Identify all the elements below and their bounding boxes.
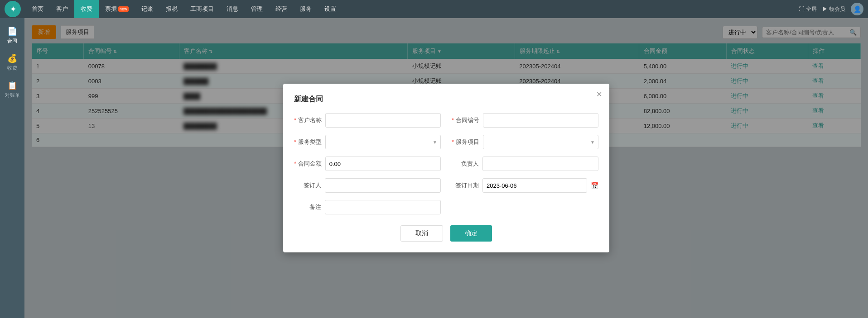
form-row-3: 合同金额 负责人 bbox=[294, 157, 598, 171]
sign-date-input[interactable] bbox=[482, 178, 587, 193]
nav-message[interactable]: 消息 bbox=[220, 0, 245, 18]
form-group-amount: 合同金额 bbox=[294, 157, 441, 171]
form-group-remark: 备注 bbox=[294, 200, 441, 214]
content-area: 新增 服务项目 进行中 已完成 已终止 🔍 序号 合同编号⇅ bbox=[24, 18, 868, 318]
form-group-service-type: 服务类型 ▼ bbox=[294, 135, 441, 149]
sidebar-label-fee: 收费 bbox=[7, 65, 17, 71]
nav-customer[interactable]: 客户 bbox=[50, 0, 74, 18]
sidebar-label-contract: 合同 bbox=[7, 38, 17, 44]
modal-overlay: 新建合同 ✕ 客户名称 合同编号 服务类型 bbox=[24, 18, 868, 318]
service-item-label: 服务项目 bbox=[452, 138, 479, 146]
service-type-select[interactable] bbox=[325, 135, 441, 149]
nav-business[interactable]: 工商项目 bbox=[184, 0, 220, 18]
nav-tax[interactable]: 报税 bbox=[159, 0, 184, 18]
form-group-responsible: 负责人 bbox=[452, 157, 598, 171]
form-group-contract-no: 合同编号 bbox=[452, 113, 598, 128]
customer-name-label: 客户名称 bbox=[294, 116, 322, 124]
nav-service[interactable]: 服务 bbox=[294, 0, 318, 18]
top-right-tools: ⛶ 全屏 ▶ 畅会员 👤 bbox=[799, 3, 863, 15]
signer-label: 签订人 bbox=[294, 181, 321, 190]
new-contract-modal: 新建合同 ✕ 客户名称 合同编号 服务类型 bbox=[283, 84, 609, 252]
responsible-label: 负责人 bbox=[452, 160, 479, 168]
calendar-icon[interactable]: 📅 bbox=[591, 182, 598, 189]
nav-bill[interactable]: 票据 new bbox=[99, 0, 135, 18]
sidebar-item-statement[interactable]: 📋 对账单 bbox=[1, 77, 24, 102]
modal-footer: 取消 确定 bbox=[294, 225, 598, 242]
main-layout: 📄 合同 💰 收费 📋 对账单 新增 服务项目 进行中 已完成 已终止 bbox=[0, 18, 868, 318]
form-row-5: 备注 bbox=[294, 200, 598, 214]
modal-title: 新建合同 bbox=[294, 95, 598, 104]
sidebar-item-fee[interactable]: 💰 收费 bbox=[1, 50, 24, 75]
confirm-button[interactable]: 确定 bbox=[450, 225, 492, 242]
statement-icon: 📋 bbox=[7, 81, 17, 90]
form-group-signer: 签订人 bbox=[294, 178, 441, 193]
service-item-select-wrapper: ▼ bbox=[483, 135, 598, 149]
remark-label: 备注 bbox=[294, 203, 321, 211]
form-group-service-item: 服务项目 ▼ bbox=[452, 135, 598, 149]
customer-name-input[interactable] bbox=[325, 113, 441, 128]
form-group-customer: 客户名称 bbox=[294, 113, 441, 128]
nav-operation[interactable]: 经营 bbox=[269, 0, 294, 18]
contract-icon: 📄 bbox=[7, 26, 17, 36]
service-item-select[interactable] bbox=[483, 135, 598, 149]
nav-bookkeeping[interactable]: 记账 bbox=[135, 0, 159, 18]
amount-label: 合同金额 bbox=[294, 160, 322, 168]
top-navigation: ✦ 首页 客户 收费 票据 new 记账 报税 工商项目 消息 管理 经营 服务… bbox=[0, 0, 868, 18]
app-logo: ✦ bbox=[5, 1, 21, 17]
service-type-select-wrapper: ▼ bbox=[325, 135, 441, 149]
logo-icon: ✦ bbox=[10, 5, 16, 14]
remark-input[interactable] bbox=[325, 200, 441, 214]
sidebar-item-contract[interactable]: 📄 合同 bbox=[1, 23, 24, 48]
amount-input[interactable] bbox=[325, 157, 441, 171]
fullscreen-button[interactable]: ⛶ 全屏 bbox=[799, 5, 816, 13]
new-badge: new bbox=[118, 6, 129, 12]
form-row-2: 服务类型 ▼ 服务项目 ▼ bbox=[294, 135, 598, 149]
signer-input[interactable] bbox=[325, 178, 441, 193]
responsible-input[interactable] bbox=[482, 157, 598, 171]
fee-icon: 💰 bbox=[7, 53, 17, 63]
sidebar-label-statement: 对账单 bbox=[5, 92, 20, 99]
nav-menu: 首页 客户 收费 票据 new 记账 报税 工商项目 消息 管理 经营 服务 设… bbox=[25, 0, 799, 18]
nav-manage[interactable]: 管理 bbox=[245, 0, 269, 18]
avatar[interactable]: 👤 bbox=[851, 3, 863, 15]
nav-settings[interactable]: 设置 bbox=[318, 0, 342, 18]
sign-date-label: 签订日期 bbox=[452, 181, 479, 190]
form-row-1: 客户名称 合同编号 bbox=[294, 113, 598, 128]
service-type-label: 服务类型 bbox=[294, 138, 322, 146]
sidebar: 📄 合同 💰 收费 📋 对账单 bbox=[0, 18, 24, 318]
form-row-4: 签订人 签订日期 📅 bbox=[294, 178, 598, 193]
nav-home[interactable]: 首页 bbox=[25, 0, 50, 18]
vip-button[interactable]: ▶ 畅会员 bbox=[822, 5, 845, 13]
form-group-sign-date: 签订日期 📅 bbox=[452, 178, 598, 193]
contract-no-label: 合同编号 bbox=[452, 116, 479, 124]
nav-fee[interactable]: 收费 bbox=[74, 0, 99, 18]
contract-no-input[interactable] bbox=[483, 113, 598, 128]
modal-close-button[interactable]: ✕ bbox=[596, 90, 602, 99]
cancel-button[interactable]: 取消 bbox=[400, 225, 443, 242]
